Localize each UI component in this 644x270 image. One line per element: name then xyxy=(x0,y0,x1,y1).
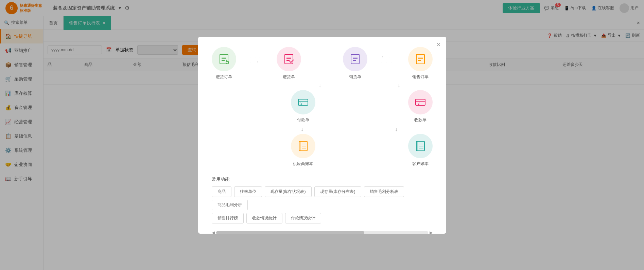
func-btn-product[interactable]: 商品 xyxy=(212,186,231,197)
common-functions-title: 常用功能 xyxy=(212,176,433,182)
func-btn-stock-status[interactable]: 现存量(库存状况表) xyxy=(265,186,312,197)
sales-order-doc-label: 销售订单 xyxy=(412,74,429,80)
func-btn-counterpart[interactable]: 往来单位 xyxy=(234,186,262,197)
function-buttons-row-1: 商品 往来单位 现存量(库存状况表) 现存量(库存分布表) 销售毛利分析表 商品… xyxy=(212,186,433,210)
modal-overlay[interactable]: × 进货订单 - - - - → xyxy=(0,0,644,270)
scroll-right-btn[interactable]: ▶ xyxy=(430,230,433,234)
scroll-left-btn[interactable]: ◀ xyxy=(212,230,215,234)
flow-node-receipt[interactable]: ¥ 收款单 xyxy=(408,90,433,123)
vertical-arrows-row: ↓ ↓ xyxy=(212,83,433,89)
svg-rect-24 xyxy=(299,141,301,151)
flow-node-payment[interactable]: ¥ 付款单 xyxy=(291,90,315,123)
sales-order-node-circle xyxy=(343,47,367,71)
flow-node-supplier-ledger[interactable]: 供应商账本 xyxy=(291,134,315,167)
v-arrow-sales-node: ↓ xyxy=(387,83,411,89)
flow-node-sales-order-doc[interactable]: 销售订单 xyxy=(408,47,433,80)
flow-node-sales-order-node[interactable]: 销货单 xyxy=(343,47,367,80)
payment-circle: ¥ xyxy=(291,90,315,114)
purchase-receipt-label: 进货单 xyxy=(283,74,295,80)
supplier-ledger-circle xyxy=(291,134,315,158)
receipt-circle: ¥ xyxy=(408,90,433,114)
v-arrow-purchase: ↓ xyxy=(308,83,332,89)
svg-text:¥: ¥ xyxy=(417,102,420,106)
func-btn-sales-ranking[interactable]: 销售排行榜 xyxy=(212,213,244,223)
flow-node-customer-ledger[interactable]: 客户账本 xyxy=(408,134,433,167)
svg-rect-17 xyxy=(298,99,308,105)
func-btn-stock-dist[interactable]: 现存量(库存分布表) xyxy=(314,186,361,197)
func-btn-payment-stats[interactable]: 付款情况统计 xyxy=(285,213,321,223)
sales-order-node-label: 销货单 xyxy=(349,74,361,80)
v-arrow-payment: ↓ xyxy=(290,126,314,132)
flow-node-purchase-receipt[interactable]: 进货单 xyxy=(277,47,301,80)
customer-ledger-label: 客户账本 xyxy=(412,161,429,167)
svg-rect-29 xyxy=(416,141,418,151)
scrollbar-track xyxy=(216,231,428,234)
func-btn-receipt-stats[interactable]: 收款情况统计 xyxy=(246,213,282,223)
modal-close-btn[interactable]: × xyxy=(437,41,441,49)
vertical-arrows-row-2: ↓ ↓ xyxy=(212,126,433,132)
receipt-label: 收款单 xyxy=(414,117,427,123)
svg-rect-20 xyxy=(416,99,425,105)
customer-ledger-circle xyxy=(408,134,433,158)
purchase-receipt-circle xyxy=(277,47,301,71)
flow-row-3: 供应商账本 客户账本 xyxy=(212,134,433,167)
flow-row-1: 进货订单 - - - - → 进货单 xyxy=(212,47,433,80)
arrow-1: - - - - → xyxy=(250,54,263,72)
quick-nav-modal: × 进货订单 - - - - → xyxy=(198,37,446,234)
flow-node-purchase-order[interactable]: 进货订单 xyxy=(212,47,236,80)
func-btn-sales-margin-analysis[interactable]: 销售毛利分析表 xyxy=(364,186,404,197)
flow-diagram: 进货订单 - - - - → 进货单 xyxy=(212,47,433,169)
payment-label: 付款单 xyxy=(297,117,309,123)
svg-text:¥: ¥ xyxy=(300,102,302,106)
flow-row-2: ¥ 付款单 ¥ 收款单 xyxy=(212,90,433,123)
supplier-ledger-label: 供应商账本 xyxy=(293,161,313,167)
purchase-order-circle xyxy=(212,47,236,71)
function-buttons-row-2: 销售排行榜 收款情况统计 付款情况统计 xyxy=(212,213,433,223)
arrow-2: ← - - - - xyxy=(381,54,394,72)
modal-scrollbar: ◀ ▶ xyxy=(212,230,433,234)
purchase-order-label: 进货订单 xyxy=(216,74,232,80)
common-functions-section: 常用功能 商品 往来单位 现存量(库存状况表) 现存量(库存分布表) 销售毛利分… xyxy=(212,176,433,223)
scrollbar-thumb[interactable] xyxy=(216,231,365,234)
sales-order-doc-circle xyxy=(408,47,433,71)
v-arrow-receipt: ↓ xyxy=(384,126,408,132)
func-btn-product-margin[interactable]: 商品毛利分析 xyxy=(212,200,248,210)
